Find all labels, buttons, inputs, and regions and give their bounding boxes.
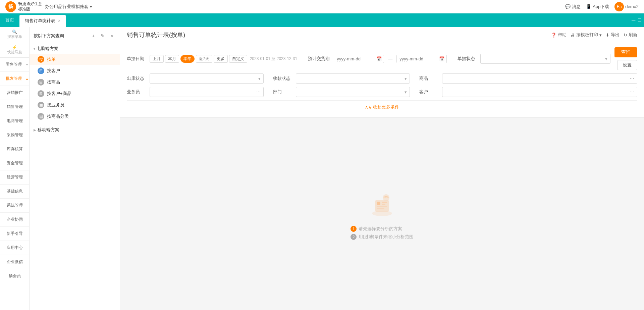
message-btn[interactable]: 💬 消息 — [565, 4, 581, 10]
collapse-panel-btn[interactable]: « — [108, 32, 116, 40]
outbound-label: 出库状态 — [127, 75, 146, 82]
status-chevron-icon: ▾ — [605, 56, 607, 61]
status-label: 单据状态 — [458, 56, 476, 62]
svg-rect-4 — [382, 204, 385, 205]
staff-select-wrapper[interactable]: ··· — [150, 87, 264, 97]
left-panel: 按以下方案查询 + ✎ « ▾ 电脑端方案 按 按单 — [30, 27, 120, 310]
date-btn-more[interactable]: 更多 — [214, 55, 228, 63]
shortcut-icon: ⚡ — [12, 45, 17, 50]
sidebar-item-member[interactable]: 畅会员 — [0, 269, 29, 283]
tab-sales-order-stats[interactable]: 销售订单统计表 × — [19, 15, 66, 27]
expected-date-label: 预计交货期 — [308, 56, 330, 62]
export-btn[interactable]: ⬇ 导出 — [606, 32, 620, 38]
expected-date-to-input[interactable] — [397, 55, 437, 63]
edit-icon: ✎ — [101, 33, 105, 39]
svg-rect-3 — [382, 202, 387, 203]
scheme-item-by-order[interactable]: 按 按单 — [30, 54, 120, 65]
tab-close-btn[interactable]: × — [58, 18, 60, 23]
sidebar-item-wechat[interactable]: 企业微信 — [0, 255, 29, 269]
tab-minimize-btn[interactable]: ─ — [632, 17, 635, 23]
expected-date-from-wrapper: 📅 — [334, 55, 384, 63]
customer-select-wrapper[interactable]: ··· — [442, 87, 637, 97]
payment-select-wrapper[interactable]: ▾ — [296, 73, 410, 84]
date-btn-last-month[interactable]: 上月 — [150, 55, 164, 63]
date-btn-custom[interactable]: 自定义 — [229, 55, 247, 63]
refresh-icon: ↻ — [624, 33, 627, 38]
goods-more-icon[interactable]: ··· — [630, 75, 634, 82]
tab-bar-actions: ─ □ — [632, 17, 644, 23]
filter-row-3: 业务员 ··· 部门 ▾ 客户 ··· — [127, 87, 637, 97]
query-btn[interactable]: 查询 — [614, 47, 637, 57]
svg-rect-6 — [377, 208, 384, 209]
sidebar-item-sales[interactable]: 销售管理 — [0, 100, 29, 114]
staff-more-icon[interactable]: ··· — [256, 89, 261, 95]
sidebar-item-ecommerce[interactable]: 电商管理 — [0, 114, 29, 128]
filter-row-1: 单据日期 上月 本月 本年 近7天 更多 自定义 2023-01-01 至 20… — [127, 47, 637, 70]
sidebar-item-retail[interactable]: 零售管理 ▾ — [0, 58, 29, 72]
scheme-item-by-goods[interactable]: ⊟ 按商品 — [30, 76, 120, 88]
sidebar-item-marketing[interactable]: 营销推广 — [0, 86, 29, 100]
sidebar-search[interactable]: 🔍 搜索菜单 — [0, 27, 29, 42]
user-avatar-area[interactable]: Ea demo2 — [614, 2, 639, 11]
sidebar: 🔍 搜索菜单 ⚡ 快捷导航 零售管理 ▾ 批发管理 ▴ 营销推广 销售管理 电商… — [0, 27, 30, 310]
goods-select-wrapper[interactable]: ··· — [442, 73, 637, 84]
sidebar-shortcut[interactable]: ⚡ 快捷导航 — [0, 42, 29, 58]
calendar-icon-to[interactable]: 📅 — [437, 56, 446, 61]
chevron-up-icon: ▴ — [26, 77, 28, 81]
outbound-select-wrapper[interactable]: ▾ — [150, 73, 264, 84]
app-download-btn[interactable]: 📱 App下载 — [586, 4, 609, 10]
scheme-group-mobile: ▶ 移动端方案 — [30, 123, 120, 136]
scheme-group-mobile-title[interactable]: ▶ 移动端方案 — [30, 125, 120, 135]
left-panel-actions: + ✎ « — [90, 32, 116, 40]
print-btn[interactable]: 🖨 按模板打印 ▾ — [571, 32, 602, 38]
sidebar-item-guide[interactable]: 新手引导 — [0, 227, 29, 241]
scheme-icon-order: 按 — [38, 56, 44, 63]
calendar-icon-from[interactable]: 📅 — [374, 56, 384, 61]
customer-more-icon[interactable]: ··· — [630, 89, 634, 95]
collapse-filter-btn[interactable]: ∧∧ 收起更多条件 — [361, 103, 403, 111]
tab-home[interactable]: 首页 — [0, 13, 19, 27]
scheme-item-by-customer[interactable]: ⊞ 按客户 — [30, 65, 120, 76]
sidebar-item-appcenter[interactable]: 应用中心 — [0, 241, 29, 255]
sidebar-item-operations[interactable]: 经营管理 — [0, 170, 29, 185]
dept-select-wrapper[interactable]: ▾ — [296, 87, 410, 97]
scheme-group-desktop-title[interactable]: ▾ 电脑端方案 — [30, 44, 120, 54]
svg-rect-5 — [377, 206, 387, 207]
date-btn-this-year[interactable]: 本年 — [180, 55, 195, 63]
date-btn-this-month[interactable]: 本月 — [165, 55, 179, 63]
add-scheme-btn[interactable]: + — [90, 32, 97, 40]
sidebar-item-finance[interactable]: 资金管理 — [0, 156, 29, 170]
main-layout: 🔍 搜索菜单 ⚡ 快捷导航 零售管理 ▾ 批发管理 ▴ 营销推广 销售管理 电商… — [0, 27, 644, 310]
sidebar-item-wholesale[interactable]: 批发管理 ▴ — [0, 72, 29, 86]
svg-point-9 — [387, 197, 388, 198]
hint-num-2: 2 — [351, 234, 357, 240]
print-icon: 🖨 — [571, 33, 575, 38]
top-bar: 畅 畅捷通好生意 标准版 办公用品行业模拟账套 ▾ 💬 消息 📱 App下载 E… — [0, 0, 644, 13]
tab-maximize-btn[interactable]: □ — [638, 17, 641, 23]
logo-text: 畅捷通好生意 标准版 — [18, 1, 42, 12]
page-header: 销售订单统计表(按单) ❓ 帮助 🖨 按模板打印 ▾ ⬇ 导出 — [120, 27, 644, 43]
date-btn-7days[interactable]: 近7天 — [196, 55, 212, 63]
sidebar-item-purchase[interactable]: 采购管理 — [0, 128, 29, 142]
help-btn[interactable]: ❓ 帮助 — [551, 32, 567, 38]
status-select-wrapper[interactable]: ▾ — [480, 54, 610, 64]
logo-icon: 畅 — [5, 1, 16, 12]
content-area: 按以下方案查询 + ✎ « ▾ 电脑端方案 按 按单 — [30, 27, 644, 310]
expected-date-from-input[interactable] — [334, 55, 374, 63]
filter-row-2: 出库状态 ▾ 收款状态 ▾ 商品 ··· — [127, 73, 637, 84]
sidebar-item-basic[interactable]: 基础信息 — [0, 185, 29, 199]
scheme-item-by-category[interactable]: ▤ 按商品分类 — [30, 111, 120, 122]
chevron-down-icon: ▾ — [599, 33, 602, 38]
sidebar-item-collab[interactable]: 企业协同 — [0, 213, 29, 227]
top-bar-title[interactable]: 办公用品行业模拟账套 ▾ — [45, 4, 92, 10]
sidebar-item-system[interactable]: 系统管理 — [0, 199, 29, 213]
sidebar-item-inventory[interactable]: 库存核算 — [0, 142, 29, 156]
settings-btn[interactable]: 设置 — [617, 60, 637, 70]
scheme-icon-customer: ⊞ — [38, 67, 44, 74]
scheme-icon-staff: ▦ — [38, 102, 44, 108]
logo-area: 畅 畅捷通好生意 标准版 — [5, 1, 42, 12]
edit-scheme-btn[interactable]: ✎ — [99, 32, 106, 40]
scheme-item-by-staff[interactable]: ▦ 按业务员 — [30, 99, 120, 111]
refresh-btn[interactable]: ↻ 刷新 — [624, 32, 637, 38]
scheme-item-by-customer-goods[interactable]: ⊠ 按客户+商品 — [30, 88, 120, 99]
